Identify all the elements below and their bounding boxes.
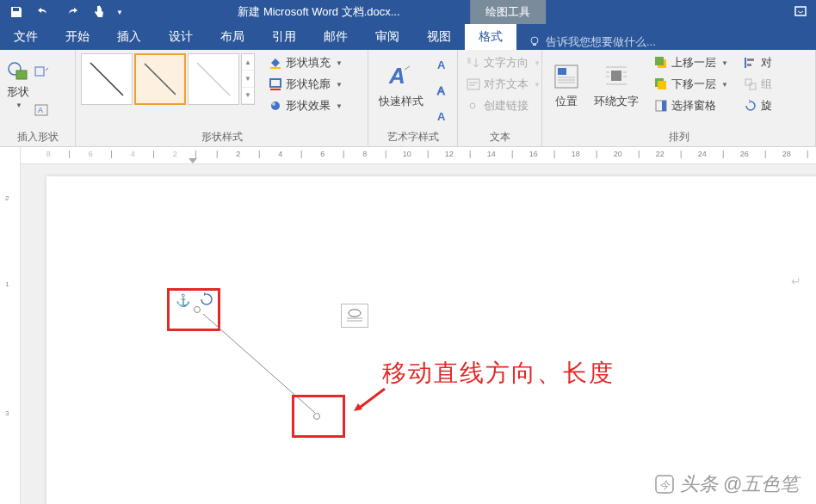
text-direction-icon: ll [467,56,480,70]
fill-icon [269,56,282,70]
ribbon-options-icon[interactable] [794,4,807,18]
svg-rect-24 [558,68,566,75]
bring-forward-button[interactable]: 上移一层▼ [651,53,732,72]
svg-rect-43 [747,64,751,66]
svg-rect-28 [611,71,621,81]
wordart-icon: A [387,63,415,90]
ribbon: 形状 ▼ A 插入形状 ▲▼▼ 形状填充▼ [0,50,816,147]
line-start-handle[interactable] [194,306,201,313]
svg-rect-36 [655,57,664,65]
group-label: 形状样式 [81,128,362,144]
page: ⚓ ↵ 移动直线方向、长度 [46,176,816,504]
svg-text:A: A [437,58,446,71]
group-icon [744,77,757,91]
position-button[interactable]: 位置 [547,53,585,119]
gallery-scroll[interactable]: ▲▼▼ [241,53,255,105]
group-shape-styles: ▲▼▼ 形状填充▼ 形状轮廓▼ 形状效果▼ 形状样式 [76,50,368,146]
line-end-handle[interactable] [313,413,320,420]
wrap-text-button[interactable]: 环绕文字 [589,53,644,119]
annotation-arrow-icon [352,387,386,413]
style-preset-1[interactable] [81,53,133,105]
tab-design[interactable]: 设计 [155,23,207,50]
tab-format[interactable]: 格式 [465,23,516,50]
redo-button[interactable] [59,1,84,23]
qat-customize-button[interactable]: ▼ [114,1,126,23]
svg-rect-3 [16,71,27,79]
chevron-down-icon: ▼ [15,101,22,109]
text-effects-icon[interactable]: A [436,110,451,124]
svg-rect-10 [270,67,281,69]
group-label: 艺术字样式 [374,128,452,144]
quick-access-toolbar: ▼ [0,1,126,23]
svg-text:今: 今 [659,479,671,491]
svg-rect-20 [467,79,479,89]
shape-effects-button[interactable]: 形状效果▼ [265,96,346,115]
group-label: 插入形状 [5,128,70,144]
edit-shape-icon[interactable] [34,65,50,77]
svg-point-1 [531,37,538,44]
save-button[interactable] [3,1,29,23]
style-preset-3[interactable] [188,53,239,105]
shape-fill-button[interactable]: 形状填充▼ [265,53,346,72]
annotation-highlight-end [292,395,345,438]
annotation-text: 移动直线方向、长度 [382,357,615,390]
selection-pane-button[interactable]: 选择窗格 [651,96,732,115]
layout-options-button[interactable] [341,304,368,328]
svg-text:A: A [437,110,446,123]
align-objects-button[interactable]: 对 [740,53,776,72]
svg-line-7 [90,63,123,95]
tab-file[interactable]: 文件 [0,23,52,50]
tab-view[interactable]: 视图 [413,23,465,50]
align-icon [744,56,757,70]
tab-mailings[interactable]: 邮件 [310,23,362,50]
link-icon [467,99,480,113]
send-backward-button[interactable]: 下移一层▼ [651,75,732,94]
menu-bar: 文件 开始 插入 设计 布局 引用 邮件 审阅 视图 格式 告诉我您想要做什么.… [0,24,816,50]
effects-icon [269,99,282,113]
rotate-objects-button[interactable]: 旋 [740,96,776,115]
align-text-button[interactable]: 对齐文本▼ [463,75,544,94]
tab-review[interactable]: 审阅 [362,23,413,50]
svg-text:A: A [38,106,43,114]
svg-rect-42 [747,58,754,61]
svg-point-13 [271,101,280,110]
group-arrange: 位置 环绕文字 上移一层▼ 下移一层▼ 选择窗格 [542,50,816,146]
align-text-icon [467,77,480,91]
svg-rect-45 [750,83,756,89]
layout-options-icon [346,309,363,323]
touch-mode-button[interactable] [86,1,112,23]
tab-home[interactable]: 开始 [52,23,103,50]
tab-layout[interactable]: 布局 [207,23,258,50]
position-icon [553,63,580,90]
svg-rect-0 [795,7,806,15]
style-preset-2[interactable] [134,53,186,105]
rotate-icon [744,99,757,113]
horizontal-ruler: 8| 6| 4| 2| | 2| 4| 6| 8| 10| 12| 14| 16… [21,147,816,164]
document-canvas[interactable]: ⚓ ↵ 移动直线方向、长度 [21,164,816,504]
group-objects-button[interactable]: 组 [740,75,776,94]
tab-references[interactable]: 引用 [258,23,310,50]
contextual-tab-label: 绘图工具 [470,0,546,24]
vertical-ruler: 2 1 3 [0,147,21,504]
shapes-gallery-button[interactable]: 形状 ▼ [5,53,31,114]
draw-textbox-icon[interactable]: A [34,104,50,116]
svg-line-9 [197,63,230,95]
paragraph-mark-icon: ↵ [791,274,801,288]
bring-forward-icon [654,56,668,70]
svg-line-8 [145,64,176,95]
text-direction-button[interactable]: ll 文字方向▼ [463,53,544,72]
svg-rect-44 [745,79,751,85]
svg-point-14 [272,102,275,106]
shape-outline-button[interactable]: 形状轮廓▼ [265,75,346,94]
text-fill-icon[interactable]: A [436,58,451,72]
create-link-button[interactable]: 创建链接 [463,96,544,115]
svg-rect-4 [35,67,44,76]
quick-styles-button[interactable]: A 快速样式 [374,53,429,119]
group-label: 文本 [463,128,536,144]
undo-button[interactable] [31,1,57,23]
tab-insert[interactable]: 插入 [103,23,155,50]
group-label: 排列 [547,128,810,144]
text-outline-icon[interactable]: A [436,84,451,98]
shape-style-gallery[interactable]: ▲▼▼ [81,53,255,128]
tell-me-search[interactable]: 告诉我您想要做什么... [529,34,656,50]
